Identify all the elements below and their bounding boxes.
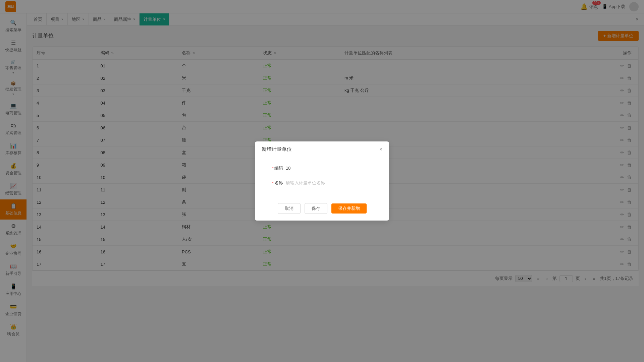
save-button[interactable]: 保存 [305, 203, 327, 214]
modal-footer: 取消 保存 保存并新增 [255, 199, 389, 221]
name-input[interactable] [286, 179, 381, 187]
modal-overlay: 新增计量单位 × 编码 名称 取消 保存 保存并新增 [0, 0, 644, 362]
cancel-button[interactable]: 取消 [278, 203, 301, 214]
modal-close-button[interactable]: × [379, 147, 382, 152]
code-input[interactable] [286, 164, 381, 172]
modal-title: 新增计量单位 [262, 146, 292, 153]
form-row-name: 名称 [263, 179, 381, 187]
code-label: 编码 [263, 165, 283, 171]
save-and-new-button[interactable]: 保存并新增 [331, 203, 367, 214]
name-label: 名称 [263, 180, 283, 186]
modal-body: 编码 名称 [255, 156, 389, 199]
form-row-code: 编码 [263, 164, 381, 172]
modal-header: 新增计量单位 × [255, 141, 389, 156]
add-measure-unit-modal: 新增计量单位 × 编码 名称 取消 保存 保存并新增 [255, 141, 389, 221]
